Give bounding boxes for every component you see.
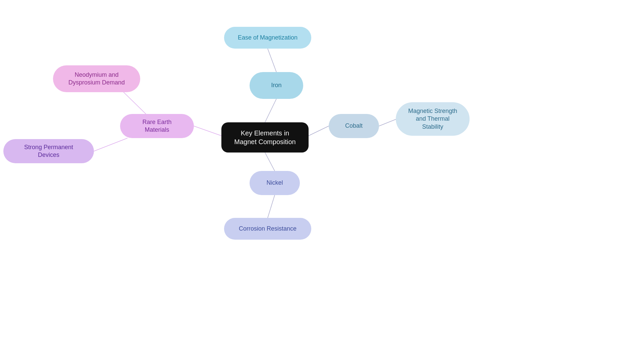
nickel-node: Nickel xyxy=(250,171,300,195)
corrosion-node: Corrosion Resistance xyxy=(224,218,311,240)
center-node: Key Elements in Magnet Composition xyxy=(221,122,309,153)
ease-magnetization-node: Ease of Magnetization xyxy=(224,27,311,49)
iron-label: Iron xyxy=(271,81,281,89)
svg-line-2 xyxy=(309,126,329,136)
neodymium-label: Neodymium and Dysprosium Demand xyxy=(62,71,131,87)
svg-line-5 xyxy=(268,195,275,218)
magnetic-strength-label: Magnetic Strength and Thermal Stability xyxy=(405,107,460,131)
corrosion-label: Corrosion Resistance xyxy=(239,225,297,233)
svg-line-8 xyxy=(94,138,127,151)
rare-earth-label: Rare Earth Materials xyxy=(129,118,184,134)
svg-line-4 xyxy=(265,153,275,171)
svg-line-1 xyxy=(268,49,276,72)
svg-line-3 xyxy=(379,119,396,126)
svg-line-6 xyxy=(194,126,221,136)
neodymium-node: Neodymium and Dysprosium Demand xyxy=(53,65,140,92)
strong-permanent-label: Strong Permanent Devices xyxy=(13,143,85,159)
svg-line-0 xyxy=(265,99,276,122)
cobalt-label: Cobalt xyxy=(345,122,363,130)
center-label: Key Elements in Magnet Composition xyxy=(231,129,299,146)
ease-magnetization-label: Ease of Magnetization xyxy=(238,34,298,42)
rare-earth-node: Rare Earth Materials xyxy=(120,114,194,138)
nickel-label: Nickel xyxy=(266,179,283,187)
strong-permanent-node: Strong Permanent Devices xyxy=(3,139,94,163)
magnetic-strength-node: Magnetic Strength and Thermal Stability xyxy=(396,102,470,136)
cobalt-node: Cobalt xyxy=(329,114,379,138)
iron-node: Iron xyxy=(250,72,303,99)
